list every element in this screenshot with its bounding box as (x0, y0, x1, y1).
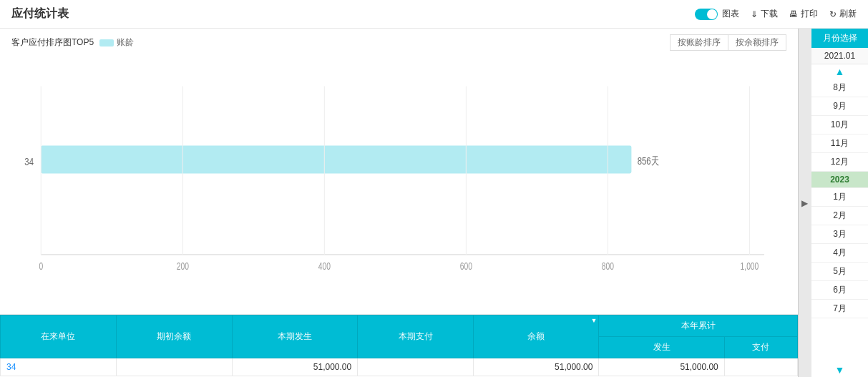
legend-color-label: 账龄 (117, 36, 134, 49)
month-item[interactable]: 6月 (811, 281, 868, 300)
chevron-right-icon: ▶ (801, 198, 808, 208)
sort-by-age-button[interactable]: 按账龄排序 (670, 34, 728, 51)
col-header-ytd-occur: 发生 (599, 337, 724, 358)
svg-text:0: 0 (39, 260, 43, 272)
cell-current-pay (358, 358, 474, 376)
svg-text:34: 34 (24, 156, 34, 168)
balance-filter-icon[interactable]: ▼ (591, 317, 598, 324)
chart-label: 图表 (722, 8, 739, 20)
sidebar-down-button[interactable]: ▼ (811, 363, 868, 377)
legend-item-age: 账龄 (99, 36, 134, 49)
cell-opening (116, 358, 232, 376)
toggle-knob (707, 9, 717, 19)
month-item[interactable]: 5月 (811, 263, 868, 281)
svg-text:200: 200 (177, 260, 189, 272)
sidebar-title: 月份选择 (811, 29, 868, 48)
sidebar-toggle[interactable]: ▶ (798, 29, 811, 377)
chart-header: 客户应付排序图TOP5 账龄 按账龄排序 按余额排序 (0, 29, 798, 57)
toggle-track[interactable] (695, 9, 718, 20)
cell-current-occur: 51,000.00 (232, 358, 357, 376)
svg-rect-1 (41, 146, 631, 174)
download-button[interactable]: ⇓ 下载 (751, 8, 778, 20)
legend-color-box (99, 39, 114, 46)
month-item[interactable]: 10月 (811, 116, 868, 134)
chart-wrapper: 34 856天 0 200 400 600 800 1,000 (0, 57, 798, 314)
refresh-button[interactable]: ↻ 刷新 (829, 8, 857, 20)
month-item[interactable]: 2月 (811, 207, 868, 225)
month-item[interactable]: 2023 (811, 172, 868, 188)
chart-toggle[interactable]: 图表 (695, 8, 739, 20)
month-item[interactable]: 7月 (811, 300, 868, 318)
table-row: 34 51,000.00 51,000.00 51,000.00 (1, 358, 798, 376)
legend-title: 客户应付排序图TOP5 (11, 36, 94, 49)
print-label: 打印 (801, 8, 818, 20)
col-header-balance: 余额 ▼ (474, 315, 599, 358)
main-content: 客户应付排序图TOP5 账龄 按账龄排序 按余额排序 34 (0, 29, 868, 377)
chart-section: 客户应付排序图TOP5 账龄 按账龄排序 按余额排序 34 (0, 29, 798, 377)
print-icon: 🖶 (789, 9, 798, 19)
download-icon: ⇓ (751, 9, 758, 19)
month-item[interactable]: 8月 (811, 79, 868, 97)
data-table: 在来单位 期初余额 本期发生 本期支付 余额 ▼ 本年累计 发生 (0, 315, 798, 376)
month-item[interactable]: 3月 (811, 225, 868, 244)
table-header-row: 在来单位 期初余额 本期发生 本期支付 余额 ▼ 本年累计 (1, 315, 798, 337)
chart-sort-buttons: 按账龄排序 按余额排序 (670, 34, 786, 51)
svg-text:400: 400 (318, 260, 331, 272)
month-item[interactable]: 1月 (811, 188, 868, 207)
col-header-ytd-pay: 支付 (724, 337, 797, 358)
cell-unit[interactable]: 34 (1, 358, 117, 376)
col-header-current-occur: 本期发生 (232, 315, 357, 358)
svg-text:1,000: 1,000 (741, 260, 759, 272)
sidebar-months: 8月9月10月11月12月20231月2月3月4月5月6月7月 (811, 79, 868, 363)
col-header-unit: 在来单位 (1, 315, 117, 358)
page-container: 应付统计表 图表 ⇓ 下载 🖶 打印 ↻ 刷新 (0, 0, 868, 377)
cell-ytd-pay (724, 358, 797, 376)
page-title: 应付统计表 (11, 6, 69, 21)
header-actions: 图表 ⇓ 下载 🖶 打印 ↻ 刷新 (695, 8, 857, 20)
refresh-label: 刷新 (839, 8, 857, 20)
refresh-icon: ↻ (829, 9, 837, 19)
svg-text:600: 600 (460, 260, 472, 272)
cell-ytd-occur: 51,000.00 (599, 358, 724, 376)
col-header-opening: 期初余额 (116, 315, 232, 358)
sidebar-up-button[interactable]: ▲ (811, 64, 868, 79)
month-item[interactable]: 11月 (811, 134, 868, 153)
sort-by-balance-button[interactable]: 按余额排序 (728, 34, 786, 51)
month-item[interactable]: 4月 (811, 244, 868, 263)
download-label: 下载 (761, 8, 778, 20)
chart-svg: 34 856天 0 200 400 600 800 1,000 (11, 57, 786, 314)
print-button[interactable]: 🖶 打印 (789, 8, 818, 20)
header: 应付统计表 图表 ⇓ 下载 🖶 打印 ↻ 刷新 (0, 0, 868, 29)
svg-text:800: 800 (602, 260, 614, 272)
table-section: 在来单位 期初余额 本期发生 本期支付 余额 ▼ 本年累计 发生 (0, 314, 798, 376)
sidebar: 月份选择 ▲ 8月9月10月11月12月20231月2月3月4月5月6月7月 ▼ (811, 29, 868, 377)
col-header-ytd: 本年累计 (599, 315, 798, 337)
chart-legend: 客户应付排序图TOP5 账龄 (11, 36, 134, 49)
cell-balance: 51,000.00 (474, 358, 599, 376)
svg-text:856天: 856天 (638, 155, 659, 167)
col-header-current-pay: 本期支付 (358, 315, 474, 358)
month-item[interactable]: 12月 (811, 153, 868, 172)
month-item[interactable]: 9月 (811, 97, 868, 116)
year-input[interactable] (811, 48, 868, 64)
